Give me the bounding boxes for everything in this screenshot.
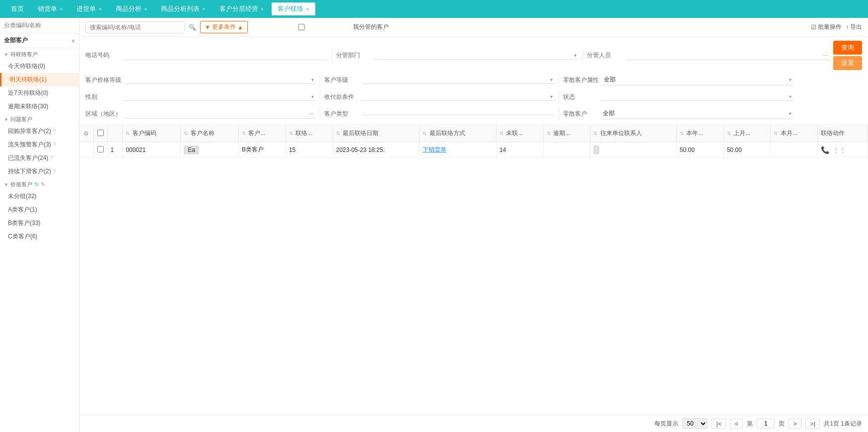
sidebar-item-churn-warning[interactable]: 流失预警客户(3) ? [0, 138, 79, 151]
status-select[interactable]: ▾ [601, 93, 794, 101]
col-last-contact-method: ⇅ 最后联络方式 [420, 125, 497, 142]
last-page-btn[interactable]: >| [805, 419, 820, 429]
payment-select[interactable]: ▾ [362, 93, 555, 101]
payment-label: 收付款条件 [324, 93, 359, 101]
row-code: 000021 [123, 142, 181, 158]
phone-action-icon[interactable]: 📞 [821, 146, 829, 154]
help-icon-churn: ? [53, 142, 56, 147]
price-grade-field: 客户价格等级 ▾ [85, 76, 316, 84]
row-no: 1 [107, 142, 123, 158]
sidebar-item-week-pending[interactable]: 近7天待联络(0) [0, 86, 79, 100]
more-conditions-btn[interactable]: ▼ 更多条件 ▲ [200, 21, 248, 33]
area-field: 区域（地区） ··· [85, 109, 316, 119]
per-page-label: 每页显示 [654, 420, 678, 428]
col-type: ⇅ 客户... [239, 125, 286, 142]
nav-customer-tier[interactable]: 客户分层经营× [214, 2, 270, 15]
gender-label: 性别 [85, 93, 120, 101]
person-label: 分管人员 [587, 51, 622, 60]
phone-input[interactable] [123, 51, 328, 60]
top-nav: 首页 销货单× 进货单× 商品分析× 商品分析列表× 客户分层经营× 客户联络× [0, 0, 868, 18]
sidebar-item-ungrouped[interactable]: 未分组(32) [0, 190, 79, 203]
row-select-checkbox[interactable] [97, 146, 104, 152]
gender-select[interactable]: ▾ [123, 93, 316, 101]
area-select[interactable]: ··· [124, 109, 316, 119]
sidebar-item-today-pending[interactable]: 今天待联络(0) [0, 60, 79, 73]
status-label: 状态 [563, 93, 598, 101]
row-contact-count: 15 [286, 142, 333, 158]
sidebar-item-declining[interactable]: 持续下滑客户(2) ? [0, 165, 79, 178]
row-last-method-link[interactable]: 下销货单 [423, 146, 446, 153]
sidebar-item-b-class[interactable]: B类客户(33) [0, 216, 79, 230]
first-page-btn[interactable]: |< [712, 419, 726, 429]
edit-value-icon[interactable]: ✎ [41, 181, 45, 188]
per-page-select[interactable]: 50 100 200 [682, 418, 708, 429]
select-all-col [93, 125, 107, 142]
person-select[interactable]: ··· [625, 51, 829, 60]
my-customers-check[interactable] [252, 24, 351, 30]
retail-customer-label: 零散客户 [563, 110, 598, 118]
nav-customer-contact[interactable]: 客户联络× [272, 2, 315, 15]
nav-product-analysis[interactable]: 商品分析× [110, 2, 153, 15]
retail-customer-select[interactable]: 全部▾ [601, 108, 794, 119]
sidebar-item-abnormal[interactable]: 回购异常客户(2) ? [0, 125, 79, 138]
retail-attr-select[interactable]: 全部▾ [602, 74, 794, 85]
sidebar-item-c-class[interactable]: C类客户(6) [0, 230, 79, 243]
customer-grade-select[interactable]: ▾ [362, 76, 555, 84]
sidebar-item-tomorrow-pending[interactable]: 明天待联络(1) [0, 73, 79, 86]
query-btn[interactable]: 查询 [833, 41, 862, 55]
all-customers-title: 全部客户 « [0, 33, 79, 48]
more-action-icon[interactable]: ⋮⋮ [832, 146, 846, 154]
sidebar: 🔍 全部客户 « 待联络客户 今天待联络(0) 明天待联络(1) 近7天待联络(… [0, 18, 79, 432]
collapse-icon[interactable]: « [72, 37, 75, 44]
col-unpaid: ⇅ 未联... [496, 125, 543, 142]
col-this-month: ⇅ 本月... [771, 125, 818, 142]
action-icons: 📞 ⋮⋮ [821, 146, 865, 154]
dept-select[interactable]: ▾ [374, 52, 579, 60]
row-name: Ea [181, 142, 239, 158]
sidebar-search-input[interactable] [4, 22, 78, 29]
sidebar-search-area: 🔍 [0, 18, 79, 33]
filter-bar-right: ☑ 批量操作 ↑ 导出 [811, 23, 862, 31]
nav-product-analysis-list[interactable]: 商品分析列表× [155, 2, 211, 15]
sidebar-item-a-class[interactable]: A类客户(1) [0, 203, 79, 216]
row-unpaid: 14 [496, 142, 543, 158]
my-customers-checkbox[interactable]: 我分管的客户 [252, 23, 389, 31]
row-actions: 📞 ⋮⋮ [818, 142, 868, 158]
customer-type-select[interactable] [362, 113, 555, 115]
retail-customer-field: 零散客户 全部▾ [563, 108, 794, 119]
export-btn[interactable]: ↑ 导出 [846, 23, 862, 31]
prev-page-btn[interactable]: < [730, 419, 743, 429]
nav-home[interactable]: 首页 [5, 2, 30, 15]
action-btns: 查询 设置 [833, 41, 862, 70]
next-page-btn[interactable]: > [789, 419, 801, 429]
select-all-checkbox[interactable] [97, 130, 104, 136]
row-last-date: 2023-05-23 18:25: [333, 142, 420, 158]
sidebar-item-lost[interactable]: 已流失客户(24) ? [0, 151, 79, 165]
search-input[interactable] [85, 21, 185, 33]
price-grade-select[interactable]: ▾ [124, 76, 316, 84]
adv-filter-row-1: 电话号码 分管部门 ▾ 分管人员 ··· [85, 41, 862, 70]
person-field: 分管人员 ··· [587, 51, 829, 60]
row-this-year: 50.00 [676, 142, 723, 158]
area-label: 区域（地区） [85, 110, 121, 118]
gender-field: 性别 ▾ [85, 93, 316, 101]
sidebar-item-overdue-pending[interactable]: 逾期未联络(30) [0, 100, 79, 113]
set-btn[interactable]: 设置 [833, 56, 862, 70]
table-footer: 每页显示 50 100 200 |< < 第 页 > >| 共1页 1条记录 [79, 415, 868, 432]
nav-sales[interactable]: 销货单× [32, 2, 69, 15]
nav-purchase[interactable]: 进货单× [71, 2, 107, 15]
dept-label: 分管部门 [336, 51, 371, 60]
batch-op-btn[interactable]: ☑ 批量操作 [811, 23, 842, 31]
refresh-value-icon[interactable]: ↻ [34, 181, 39, 188]
page-input[interactable] [757, 419, 775, 429]
col-last-contact-date: ⇅ 最后联络日期 [333, 125, 420, 142]
col-code: ⇅ 客户编码 [123, 125, 181, 142]
retail-attr-field: 零散客户属性 全部▾ [563, 74, 794, 85]
settings-col[interactable]: ⚙ [79, 125, 93, 142]
customer-type-field: 客户类型 [324, 110, 555, 118]
phone-label: 电话号码 [85, 51, 120, 60]
help-icon-lost: ? [50, 155, 53, 161]
table-row: 1 000021 Ea B类客户 15 2023-05-23 18:25: 下销… [79, 142, 868, 158]
search-icon[interactable]: 🔍 [189, 24, 196, 31]
customer-grade-label: 客户等级 [324, 76, 359, 84]
